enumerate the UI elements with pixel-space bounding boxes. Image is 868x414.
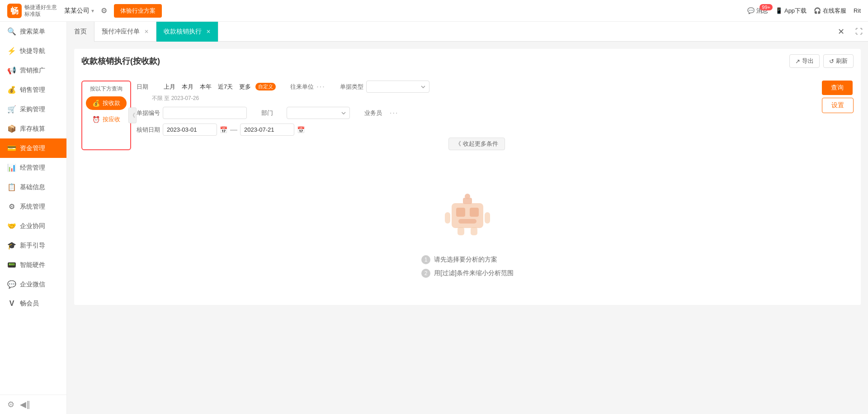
topbar: 畅 畅捷通好生意标准版 某某公司 ▾ ⚙ 体验行业方案 💬 消息 99+ 📱 A… [0,0,868,22]
sidebar-label: 企业微信 [20,281,45,289]
dept-select[interactable] [287,107,350,119]
date-shortcuts: 上月 本月 本年 近7天 更多 自定义 [162,82,276,92]
verify-date-start-input[interactable] [163,124,217,136]
verify-date-start-calendar-icon[interactable]: 📅 [220,126,227,133]
query-option-by-receipt[interactable]: 💰 按收款 [86,96,127,110]
tab-bar-expand-button[interactable]: ⛶ [850,28,868,36]
company-dropdown-arrow: ▾ [91,8,94,14]
query-button[interactable]: 查询 [822,81,853,95]
industry-button[interactable]: 体验行业方案 [114,4,162,18]
hint-num-2: 2 [421,269,430,278]
sidebar-item-finance[interactable]: 💳 资金管理 [0,138,66,158]
service-button[interactable]: 🎧 在线客服 [814,7,846,15]
query-options-panel: 按以下方查询 💰 按收款 ⏰ 按应收 《 [81,81,131,150]
settings-icon[interactable]: ⚙ [7,400,14,409]
refresh-label: 刷新 [836,57,848,65]
sidebar-item-guide[interactable]: 🎓 新手引导 [0,236,66,255]
collapse-up-icon: 《 [455,140,461,148]
sidebar-item-operation[interactable]: 📊 经营管理 [0,158,66,177]
tab-prepay-close[interactable]: ✕ [144,29,149,35]
logo-text: 畅捷通好生意标准版 [24,4,57,17]
query-option-receipt-label: 按收款 [103,99,120,107]
tab-bar: 首页 预付冲应付单 ✕ 收款核销执行 ✕ ✕ ⛶ [67,22,868,42]
sidebar-item-member[interactable]: V 畅会员 [0,294,66,313]
sidebar-item-marketing[interactable]: 📢 营销推广 [0,61,66,80]
counterpart-dots-button[interactable]: ··· [316,83,325,91]
sidebar-label: 库存核算 [20,125,45,133]
sidebar-label: 采购管理 [20,105,45,114]
tab-bar-close-button[interactable]: ✕ [832,27,850,37]
sidebar-label: 基础信息 [20,183,45,191]
weixin-icon: 💬 [7,280,16,289]
date-more[interactable]: 更多 [237,82,253,92]
staff-dots-button[interactable]: ··· [390,109,398,117]
search-icon: 🔍 [7,27,16,36]
sidebar-item-hardware[interactable]: 📟 智能硬件 [0,255,66,275]
doctype-select[interactable] [366,81,429,93]
svg-point-5 [465,194,470,199]
sidebar-item-system[interactable]: ⚙ 系统管理 [0,197,66,216]
sidebar-label: 企业协同 [20,222,45,230]
user-name[interactable]: Rit [854,7,861,14]
sidebar-label: 营销推广 [20,67,45,75]
sidebar-item-sales[interactable]: 💰 销售管理 [0,80,66,100]
gear-button[interactable]: ⚙ [98,5,110,17]
sidebar-item-search-menu[interactable]: 🔍 搜索菜单 [0,22,66,41]
date-this-year[interactable]: 本年 [198,82,213,92]
query-panel: 按以下方查询 💰 按收款 ⏰ 按应收 《 [74,73,861,157]
verify-date-end-input[interactable] [240,124,294,136]
collapse-more-row: 《 收起更多条件 [137,138,816,150]
sidebar-collapse-icon[interactable]: ◀‖ [20,400,30,409]
date-field: 日期 上月 本月 本年 近7天 更多 自定义 [137,82,276,92]
sidebar-item-inventory[interactable]: 📦 库存核算 [0,119,66,138]
export-button[interactable]: ↗ 导出 [789,54,820,68]
receipt-icon: 💰 [92,100,100,107]
tab-home-label: 首页 [74,28,87,36]
hint-num-1: 1 [421,255,430,264]
tab-prepay[interactable]: 预付冲应付单 ✕ [94,22,156,42]
query-panel-collapse[interactable]: 《 [128,108,137,124]
company-selector[interactable]: 某某公司 ▾ [64,7,94,15]
docno-input[interactable] [163,107,247,119]
date-7days[interactable]: 近7天 [216,82,235,92]
company-name: 某某公司 [64,7,90,15]
verify-date-range: 📅 — 📅 [163,124,305,136]
system-icon: ⚙ [7,202,16,211]
message-button[interactable]: 💬 消息 99+ [747,7,768,15]
counterpart-field: 往来单位 ··· [290,83,325,91]
sidebar-item-enterprise[interactable]: 🤝 企业协同 [0,216,66,236]
sidebar-item-purchase[interactable]: 🛒 采购管理 [0,100,66,119]
svg-rect-8 [458,227,464,235]
collapse-more-button[interactable]: 《 收起更多条件 [448,138,505,150]
message-badge: 99+ [760,4,773,10]
inventory-icon: 📦 [7,124,16,133]
query-option-receivable-label: 按应收 [103,115,120,124]
tab-receipts[interactable]: 收款核销执行 ✕ [156,22,218,42]
logo: 畅 畅捷通好生意标准版 [7,4,57,18]
operation-icon: 📊 [7,163,16,172]
tab-home[interactable]: 首页 [67,22,94,42]
sidebar-item-basic-info[interactable]: 📋 基础信息 [0,177,66,197]
query-option-by-receivable[interactable]: ⏰ 按应收 [86,113,127,126]
app-download-button[interactable]: 📱 App下载 [775,7,807,15]
query-row-2: 单据编号 部门 [137,107,816,119]
empty-hint: 1 请先选择要分析的方案 2 用[过滤]条件来缩小分析范围 [421,255,514,278]
setting-button[interactable]: 设置 [822,98,854,113]
page-actions: ↗ 导出 ↺ 刷新 [789,54,854,68]
date-custom-badge[interactable]: 自定义 [255,83,276,90]
empty-state: 1 请先选择要分析的方案 2 用[过滤]条件来缩小分析范围 [74,158,861,305]
query-options-title: 按以下方查询 [86,85,127,93]
verify-date-end-calendar-icon[interactable]: 📅 [297,126,305,133]
svg-rect-7 [485,212,490,224]
tab-receipts-close[interactable]: ✕ [206,29,211,35]
page-header: 收款核销执行(按收款) ↗ 导出 ↺ 刷新 [74,49,861,73]
sidebar-item-weixin[interactable]: 💬 企业微信 [0,275,66,294]
sidebar-item-quick-nav[interactable]: ⚡ 快捷导航 [0,41,66,61]
refresh-icon: ↺ [829,58,834,65]
refresh-button[interactable]: ↺ 刷新 [823,54,854,68]
sidebar-label: 新手引导 [20,242,45,250]
date-last-month[interactable]: 上月 [162,82,177,92]
date-this-month[interactable]: 本月 [180,82,195,92]
sales-icon: 💰 [7,86,16,94]
svg-rect-6 [445,212,450,224]
